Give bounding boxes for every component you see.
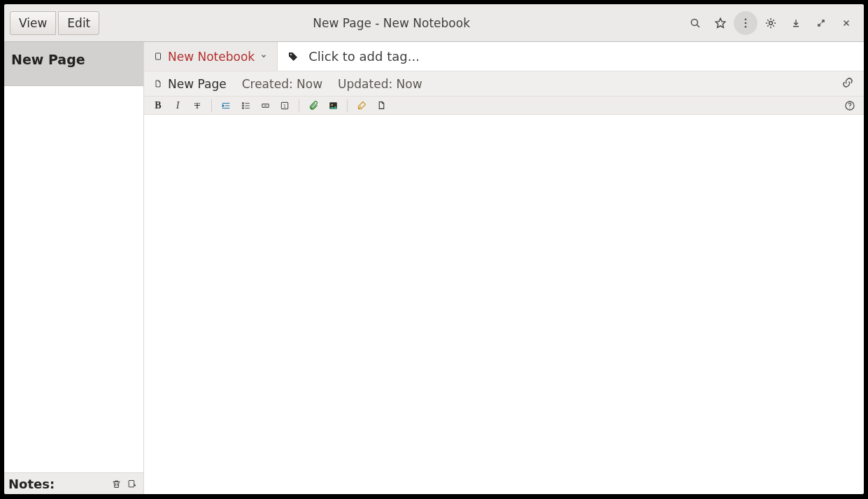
- outdent-button[interactable]: [257, 99, 273, 113]
- window-titlebar: View Edit New Page - New Notebook: [4, 4, 864, 42]
- svg-point-18: [242, 105, 243, 106]
- attach-button[interactable]: [305, 99, 322, 113]
- copy-link-icon[interactable]: [841, 76, 854, 92]
- search-icon[interactable]: [683, 11, 707, 35]
- sidebar-page-item[interactable]: New Page: [4, 42, 143, 86]
- new-page-button[interactable]: [373, 99, 390, 113]
- svg-point-17: [242, 102, 243, 104]
- indent-button[interactable]: [218, 99, 234, 113]
- close-icon[interactable]: [834, 11, 858, 35]
- checkbox-button[interactable]: 1: [276, 99, 293, 113]
- notebook-icon: [154, 51, 162, 62]
- svg-rect-11: [129, 480, 134, 486]
- sidebar-empty: [4, 86, 143, 472]
- bold-button[interactable]: B: [150, 99, 166, 113]
- page-title-text: New Page: [168, 77, 227, 91]
- tag-icon: [287, 51, 299, 62]
- svg-point-5: [745, 25, 747, 27]
- svg-point-19: [242, 107, 243, 108]
- new-note-icon[interactable]: [124, 476, 139, 491]
- page-title[interactable]: New Page: [154, 77, 227, 91]
- trash-icon[interactable]: [108, 476, 124, 491]
- notes-bar: Notes:: [4, 472, 143, 494]
- maximize-icon[interactable]: [809, 11, 833, 35]
- svg-point-3: [745, 18, 747, 20]
- strike-button[interactable]: T: [189, 99, 206, 113]
- italic-button[interactable]: I: [169, 99, 186, 113]
- svg-rect-12: [156, 53, 161, 59]
- window-title: New Page - New Notebook: [102, 16, 681, 30]
- editor-area[interactable]: [144, 115, 864, 494]
- svg-text:1: 1: [283, 103, 286, 108]
- svg-point-6: [769, 21, 773, 24]
- svg-point-13: [290, 53, 292, 55]
- gear-icon[interactable]: [759, 11, 783, 35]
- updated-meta: Updated: Now: [338, 77, 422, 91]
- chevron-down-icon: [260, 52, 267, 62]
- created-meta: Created: Now: [242, 77, 322, 91]
- notebook-name: New Notebook: [168, 50, 255, 64]
- page-sidebar: New Page Notes:: [4, 42, 144, 494]
- editor-toolbar: B I T 1: [144, 97, 864, 115]
- image-button[interactable]: [325, 99, 341, 113]
- main-pane: New Notebook Click to add tag... New Pag…: [144, 42, 864, 494]
- tag-strip[interactable]: Click to add tag...: [278, 42, 864, 71]
- list-button[interactable]: [237, 99, 254, 113]
- notes-label: Notes:: [8, 477, 108, 491]
- svg-line-1: [697, 24, 699, 27]
- svg-point-28: [331, 104, 332, 105]
- page-icon: [154, 78, 162, 89]
- clear-format-button[interactable]: [353, 99, 370, 113]
- tag-placeholder: Click to add tag...: [308, 49, 420, 64]
- kebab-menu-icon[interactable]: [734, 11, 757, 35]
- svg-point-30: [849, 107, 850, 108]
- page-meta-row: New Page Created: Now Updated: Now: [144, 71, 864, 97]
- star-icon[interactable]: [709, 11, 732, 35]
- notebook-tab[interactable]: New Notebook: [144, 42, 278, 71]
- notebook-tab-row: New Notebook Click to add tag...: [144, 42, 864, 71]
- help-icon[interactable]: [841, 99, 858, 113]
- menu-view[interactable]: View: [10, 11, 56, 35]
- svg-point-0: [691, 19, 697, 25]
- svg-point-4: [745, 22, 747, 24]
- svg-marker-2: [716, 18, 725, 27]
- menu-edit[interactable]: Edit: [58, 11, 99, 35]
- minimize-icon[interactable]: [784, 11, 808, 35]
